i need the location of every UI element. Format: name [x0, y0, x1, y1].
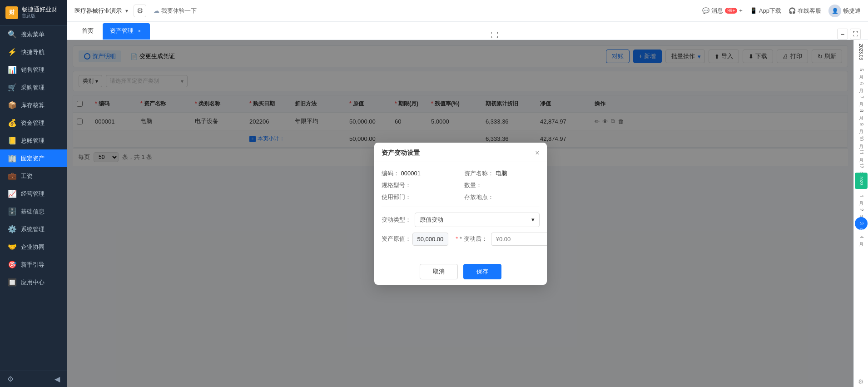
cal-month-12[interactable]: 12月 [855, 159, 868, 172]
cal-month-9[interactable]: 9月 [855, 118, 868, 131]
modal-code-item: 编码： 000001 [382, 169, 457, 178]
cal-month-4[interactable]: 4月 [855, 231, 868, 243]
cal-month-2[interactable]: 2月 [855, 203, 868, 216]
asset-change-modal: 资产变动设置 × 编码： 000001 资产名称： 电脑 [374, 143, 547, 285]
modal-body: 编码： 000001 资产名称： 电脑 规格型号： [374, 162, 547, 258]
settings-bottom-icon[interactable]: ⚙ [7, 375, 14, 383]
sidebar-item-inventory[interactable]: 📦 库存核算 [0, 96, 67, 114]
cal-month-6[interactable]: 6月 [855, 77, 868, 90]
phone-icon: 📱 [750, 7, 757, 14]
sidebar-nav: 🔍 搜索菜单 ⚡ 快捷导航 📊 销售管理 🛒 采购管理 📦 库存核算 💰 资金管… [0, 25, 67, 371]
cloud-icon: ☁ [154, 7, 159, 14]
cart-icon: 🛒 [7, 83, 17, 92]
cal-month-7[interactable]: 7月 [855, 91, 868, 104]
sidebar: 财 畅捷通好业财 普及版 🔍 搜索菜单 ⚡ 快捷导航 📊 销售管理 🛒 采购管理… [0, 0, 67, 387]
book-icon: 📒 [7, 136, 17, 145]
tab-asset-management[interactable]: 资产管理 × [103, 23, 150, 40]
sidebar-footer: ⚙ ◀ [0, 371, 67, 387]
flash-icon: ⚡ [7, 48, 17, 56]
app-logo-text: 畅捷通好业财 普及版 [22, 6, 57, 20]
headset-icon: 🎧 [789, 7, 796, 14]
page-content: 资产明细 📄 变更生成凭证 对账 + 新增 批量操作 ▾ ⬆ [67, 40, 853, 387]
sidebar-item-finance[interactable]: 💰 资金管理 [0, 114, 67, 132]
sidebar-item-operations[interactable]: 📈 经营管理 [0, 185, 67, 203]
app-download-button[interactable]: 📱 App下载 [750, 7, 781, 15]
modal-header: 资产变动设置 × [374, 143, 547, 162]
experience-area: ☁ 我要体验一下 [154, 7, 197, 15]
tab-close-icon[interactable]: × [136, 28, 143, 34]
topbar-right: 💬 消息 99+ + 📱 App下载 🎧 在线客服 👤 畅捷通 [702, 5, 861, 17]
modal-overlay: 资产变动设置 × 编码： 000001 资产名称： 电脑 [67, 40, 853, 387]
tabs-bar: 首页 资产管理 × ⛶ − ⛶ [67, 22, 868, 40]
badge-plus: + [739, 7, 743, 14]
user-area[interactable]: 👤 畅捷通 [828, 5, 861, 17]
app-logo-icon: 财 [5, 6, 18, 19]
cal-month-5[interactable]: 5月 [855, 64, 868, 76]
modal-footer: 取消 保存 [374, 258, 547, 285]
collapse-icon[interactable]: ◀ [55, 375, 60, 383]
modal-dept-item: 使用部门： [382, 193, 457, 201]
sidebar-item-search[interactable]: 🔍 搜索菜单 [0, 25, 67, 43]
after-change-input[interactable] [491, 233, 547, 246]
cal-month-1[interactable]: 1月 [855, 190, 868, 203]
briefcase-icon: 💼 [7, 172, 17, 180]
sidebar-item-app-center[interactable]: 🔲 应用中心 [0, 273, 67, 291]
building-icon: 🏢 [7, 154, 17, 163]
message-icon: 💬 [702, 7, 709, 14]
modal-title: 资产变动设置 [382, 149, 420, 157]
cancel-button[interactable]: 取消 [420, 264, 458, 279]
tab-expand-button[interactable]: ⛶ [491, 31, 498, 40]
message-button[interactable]: 💬 消息 99+ + [702, 7, 743, 15]
window-minimize-button[interactable]: − [837, 29, 848, 40]
modal-location-item: 存放地点： [464, 193, 540, 201]
sidebar-item-enterprise[interactable]: 🤝 企业协同 [0, 238, 67, 256]
money-icon: 💰 [7, 119, 17, 127]
handshake-icon: 🤝 [7, 243, 17, 251]
online-service-button[interactable]: 🎧 在线客服 [789, 7, 821, 15]
cal-month-3[interactable]: 3月 [855, 217, 868, 230]
cal-month-10[interactable]: 10月 [855, 132, 868, 144]
sidebar-item-base-info[interactable]: 🗄️ 基础信息 [0, 203, 67, 220]
settings-gear-button[interactable]: ⚙ [134, 5, 146, 17]
sidebar-item-fixed-assets[interactable]: 🏢 固定资产 [0, 149, 67, 167]
sidebar-item-purchase[interactable]: 🛒 采购管理 [0, 79, 67, 96]
original-value-display: 50,000.00 [412, 233, 449, 246]
sidebar-item-system[interactable]: ⚙️ 系统管理 [0, 220, 67, 238]
company-dropdown[interactable]: ▾ [125, 8, 128, 14]
settings-icon: ⚙️ [7, 225, 17, 233]
modal-spec-item: 规格型号： [382, 181, 457, 189]
topbar: 医疗器械行业演示 ▾ ⚙ ☁ 我要体验一下 💬 消息 99+ + 📱 App下载… [67, 0, 868, 22]
company-name: 医疗器械行业演示 [74, 7, 122, 15]
box-icon: 📦 [7, 101, 17, 109]
save-button[interactable]: 保存 [463, 264, 501, 279]
sidebar-item-ledger[interactable]: 📒 总账管理 [0, 132, 67, 149]
cal-month-8[interactable]: 8月 [855, 104, 868, 117]
modal-info-grid: 编码： 000001 资产名称： 电脑 规格型号： [382, 169, 540, 207]
tab-home[interactable]: 首页 [74, 23, 101, 40]
sidebar-item-guide[interactable]: 🎯 新手引导 [0, 256, 67, 273]
calendar-year-label: 2023.03 [858, 42, 863, 62]
change-type-select[interactable]: 原值变动 ▾ [415, 213, 540, 227]
grid-icon: 🔲 [7, 278, 17, 287]
modal-close-button[interactable]: × [535, 149, 539, 157]
after-change-label: * * 变动后： [456, 235, 487, 243]
modal-change-type-field: 变动类型： 原值变动 ▾ [382, 213, 540, 227]
sidebar-item-sales[interactable]: 📊 销售管理 [0, 61, 67, 79]
change-type-arrow-icon: ▾ [531, 216, 535, 223]
content-area: 资产明细 📄 变更生成凭证 对账 + 新增 批量操作 ▾ ⬆ [67, 40, 868, 387]
search-icon: 🔍 [7, 30, 17, 39]
sidebar-item-quick-nav[interactable]: ⚡ 快捷导航 [0, 43, 67, 61]
cal-year-2023[interactable]: 2023 [855, 173, 868, 189]
cal-month-11[interactable]: 11月 [855, 145, 868, 158]
modal-value-field: 资产原值： 50,000.00 * * 变动后： [382, 233, 540, 246]
modal-name-item: 资产名称： 电脑 [464, 169, 540, 178]
expand-icon: ⛶ [491, 31, 498, 40]
sidebar-item-payroll[interactable]: 💼 工资 [0, 167, 67, 185]
cal-settings-icon[interactable]: ⚙ [858, 378, 864, 385]
chart-icon: 📊 [7, 65, 17, 74]
target-icon: 🎯 [7, 260, 17, 269]
trending-icon: 📈 [7, 189, 17, 198]
avatar: 👤 [828, 5, 841, 17]
sidebar-logo: 财 畅捷通好业财 普及版 [0, 0, 67, 25]
window-maximize-button[interactable]: ⛶ [850, 29, 861, 40]
